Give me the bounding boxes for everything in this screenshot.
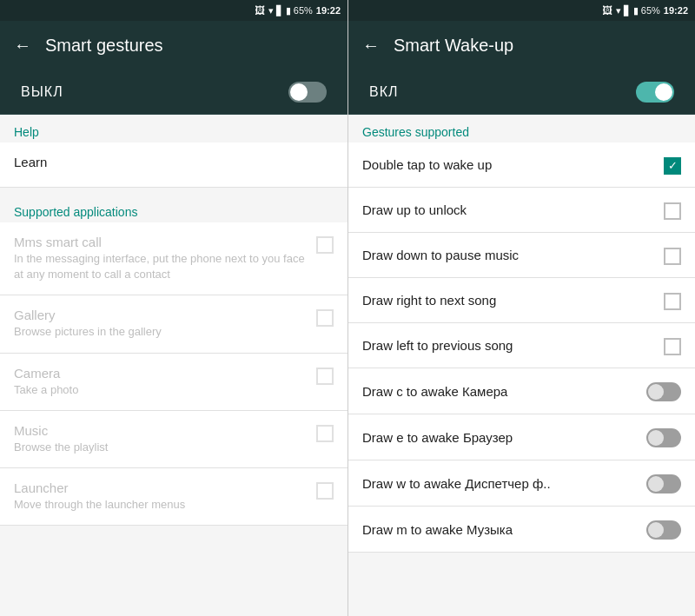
right-back-button[interactable]: ← [362, 36, 380, 56]
list-item-camera[interactable]: Camera Take a photo [0, 354, 348, 411]
left-back-button[interactable]: ← [14, 36, 31, 56]
left-toggle-label: ВЫКЛ [21, 84, 63, 100]
list-item-draw-left[interactable]: Draw left to previous song [348, 323, 695, 368]
draw-right-title: Draw right to next song [362, 293, 496, 308]
left-section-apps: Supported applications [0, 195, 348, 222]
learn-title: Learn [14, 155, 323, 169]
list-item-gallery[interactable]: Gallery Browse pictures in the gallery [0, 295, 348, 353]
draw-c-toggle-knob [648, 384, 664, 400]
right-status-bar: 🖼 ▾ ▋ ▮ 65% 19:22 [348, 0, 695, 21]
right-header: ← Smart Wake-up [348, 21, 695, 70]
music-checkbox[interactable] [316, 425, 334, 442]
launcher-checkbox[interactable] [316, 482, 334, 500]
list-item-draw-up[interactable]: Draw up to unlock [348, 188, 695, 233]
left-panel: 🖼 ▾ ▋ ▮ 65% 19:22 ← Smart gestures ВЫКЛ … [0, 0, 348, 616]
right-toggle-label: ВКЛ [369, 84, 399, 100]
draw-down-checkbox[interactable] [664, 248, 681, 265]
list-item-draw-e[interactable]: Draw e to awake Браузер [348, 414, 695, 460]
left-section-help: Help [0, 115, 348, 142]
right-status-icons: ▾ ▋ ▮ 65% [616, 5, 660, 17]
mms-checkbox[interactable] [316, 236, 334, 254]
launcher-title: Launcher [14, 480, 306, 495]
draw-c-toggle[interactable] [646, 382, 681, 401]
draw-right-checkbox[interactable] [664, 293, 681, 310]
left-divider-1 [0, 188, 348, 195]
draw-e-toggle-knob [648, 430, 664, 446]
draw-e-toggle[interactable] [646, 428, 681, 447]
left-title: Smart gestures [45, 36, 163, 56]
left-battery-icon: ▮ [286, 5, 291, 17]
draw-m-toggle[interactable] [646, 520, 681, 540]
right-battery-icon: ▮ [633, 5, 639, 17]
right-content: Gestures supported Double tap to wake up… [348, 115, 695, 616]
double-tap-title: Double tap to wake up [362, 157, 492, 172]
right-toggle-switch[interactable] [636, 82, 674, 103]
right-signal-icon: ▋ [624, 5, 631, 17]
gallery-subtitle: Browse pictures in the gallery [14, 324, 306, 340]
left-photo-icon: 🖼 [255, 4, 265, 17]
draw-w-toggle-knob [648, 476, 664, 492]
draw-down-title: Draw down to pause music [362, 248, 519, 262]
list-item-learn[interactable]: Learn [0, 142, 348, 188]
gallery-checkbox[interactable] [316, 309, 334, 327]
right-section-gestures: Gestures supported [348, 115, 695, 142]
camera-title: Camera [14, 366, 306, 381]
right-toggle-bar: ВКЛ [348, 70, 695, 115]
list-item-draw-w[interactable]: Draw w to awake Диспетчер ф.. [348, 460, 695, 507]
mms-title: Mms smart call [14, 235, 306, 249]
right-wifi-icon: ▾ [616, 5, 621, 17]
draw-up-title: Draw up to unlock [362, 202, 467, 217]
mms-subtitle: In the messaging interface, put the phon… [14, 251, 306, 282]
list-item-mms[interactable]: Mms smart call In the messaging interfac… [0, 222, 348, 295]
right-time: 19:22 [664, 5, 688, 16]
draw-e-title: Draw e to awake Браузер [362, 430, 513, 445]
right-title: Smart Wake-up [394, 36, 513, 56]
draw-w-toggle[interactable] [646, 474, 681, 493]
list-item-draw-down[interactable]: Draw down to pause music [348, 233, 695, 278]
list-item-draw-right[interactable]: Draw right to next song [348, 278, 695, 323]
left-content: Help Learn Supported applications Mms sm… [0, 115, 348, 616]
music-title: Music [14, 423, 306, 438]
left-header: ← Smart gestures [0, 21, 348, 70]
left-toggle-knob [290, 83, 308, 101]
launcher-subtitle: Move through the launcher menus [14, 497, 306, 513]
draw-w-title: Draw w to awake Диспетчер ф.. [362, 476, 551, 491]
draw-left-checkbox[interactable] [664, 338, 681, 355]
double-tap-checkbox[interactable] [664, 157, 681, 175]
draw-up-checkbox[interactable] [664, 202, 681, 220]
draw-m-title: Draw m to awake Музыка [362, 522, 513, 537]
left-battery-percent: 65% [294, 5, 313, 16]
list-item-music[interactable]: Music Browse the playlist [0, 411, 348, 468]
left-toggle-switch[interactable] [288, 82, 327, 103]
gallery-title: Gallery [14, 308, 306, 322]
camera-subtitle: Take a photo [14, 382, 306, 398]
left-wifi-icon: ▾ [268, 5, 274, 17]
draw-left-title: Draw left to previous song [362, 338, 513, 353]
right-photo-icon: 🖼 [602, 4, 612, 17]
left-signal-icon: ▋ [276, 5, 283, 17]
right-battery-percent: 65% [641, 5, 660, 16]
list-item-launcher[interactable]: Launcher Move through the launcher menus [0, 468, 348, 526]
left-status-icons: ▾ ▋ ▮ 65% [268, 5, 313, 17]
left-toggle-bar: ВЫКЛ [0, 70, 348, 115]
list-item-draw-m[interactable]: Draw m to awake Музыка [348, 507, 695, 553]
right-panel: 🖼 ▾ ▋ ▮ 65% 19:22 ← Smart Wake-up ВКЛ Ge… [348, 0, 695, 616]
right-toggle-knob [655, 83, 672, 101]
left-status-bar: 🖼 ▾ ▋ ▮ 65% 19:22 [0, 0, 348, 21]
camera-checkbox[interactable] [316, 368, 334, 385]
music-subtitle: Browse the playlist [14, 440, 306, 455]
draw-m-toggle-knob [648, 522, 664, 538]
list-item-draw-c[interactable]: Draw c to awake Камера [348, 368, 695, 414]
list-item-double-tap[interactable]: Double tap to wake up [348, 142, 695, 188]
left-time: 19:22 [316, 5, 341, 16]
draw-c-title: Draw c to awake Камера [362, 384, 507, 399]
